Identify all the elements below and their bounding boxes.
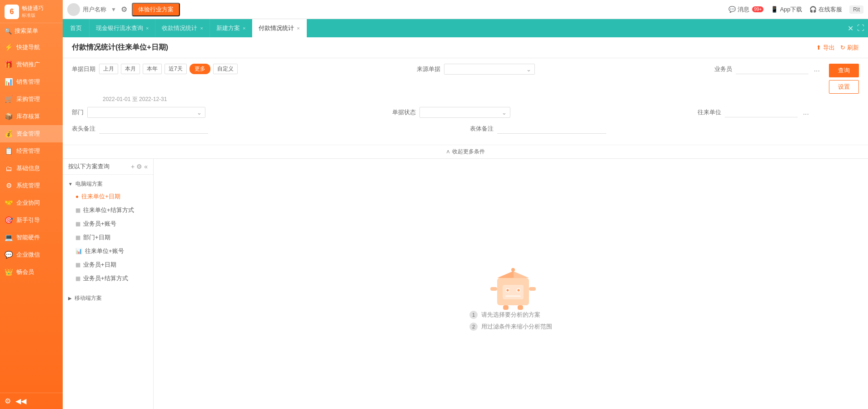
scheme-desktop-title[interactable]: ▼ 电脑端方案 xyxy=(63,178,153,190)
date-btn-this-year[interactable]: 本年 xyxy=(143,64,162,74)
dept-select-wrap xyxy=(87,107,205,118)
refresh-icon: ↻ xyxy=(840,44,845,51)
filter-row-1: 单据日期 上月 本月 本年 近7天 更多 自定义 来源单据 xyxy=(72,64,859,94)
scheme-item-label: 部门+日期 xyxy=(83,233,110,242)
scheme-item-dept-date[interactable]: ▦ 部门+日期 xyxy=(63,231,153,244)
table-body-note-input[interactable] xyxy=(497,123,606,134)
sidebar-item-sales[interactable]: 📊 销售管理 xyxy=(0,73,63,91)
online-service-action[interactable]: 🎧 在线客服 xyxy=(809,5,842,14)
user-name: 用户名称 xyxy=(83,5,106,14)
tab-receipt-stats[interactable]: 收款情况统计 × xyxy=(155,19,210,37)
scheme-item-partner-settle[interactable]: ▦ 往来单位+结算方式 xyxy=(63,203,153,217)
date-btn-more[interactable]: 更多 xyxy=(190,64,210,74)
dept-select[interactable] xyxy=(87,107,205,118)
sidebar-item-label: 智能硬件 xyxy=(16,233,40,242)
sidebar-item-finance[interactable]: 💰 资金管理 xyxy=(0,125,63,142)
filter-dept-item: 部门 xyxy=(72,107,205,118)
receipt-stats-tab-close[interactable]: × xyxy=(200,25,203,31)
sidebar-item-quick-nav[interactable]: ⚡ 快捷导航 xyxy=(0,39,63,56)
empty-hints: 1 请先选择要分析的方案 2 用过滤条件来缩小分析范围 xyxy=(469,311,552,334)
date-btn-7days[interactable]: 近7天 xyxy=(165,64,187,74)
desktop-section-label: 电脑端方案 xyxy=(75,180,103,188)
date-btn-custom[interactable]: 自定义 xyxy=(213,64,238,74)
tab-home[interactable]: 首页 xyxy=(63,19,90,37)
scheme-grid-icon-2: ▦ xyxy=(75,221,80,227)
topbar-user: 用户名称 xyxy=(67,3,106,16)
date-label: 单据日期 xyxy=(72,65,95,73)
scheme-item-partner-account[interactable]: 📊 往来单位+账号 xyxy=(63,244,153,258)
hint-1-text: 请先选择要分析的方案 xyxy=(481,311,540,319)
scheme-header-icons: + ⚙ « xyxy=(131,163,148,170)
staff-input[interactable] xyxy=(736,64,808,74)
sidebar-item-hardware[interactable]: 💻 智能硬件 xyxy=(0,229,63,246)
sidebar-item-guide[interactable]: 🎯 新手引导 xyxy=(0,212,63,229)
scheme-chart-icon: 📊 xyxy=(75,248,82,254)
refresh-action[interactable]: ↻ 刷新 xyxy=(840,44,859,52)
sidebar-item-inventory[interactable]: 📦 库存核算 xyxy=(0,108,63,125)
scheme-item-label: 业务员+日期 xyxy=(83,261,116,269)
partner-dots[interactable]: ... xyxy=(803,108,809,116)
export-action[interactable]: ⬆ 导出 xyxy=(816,44,835,52)
scheme-item-staff-settle[interactable]: ▦ 业务员+结算方式 xyxy=(63,272,153,285)
quick-nav-icon: ⚡ xyxy=(5,43,13,51)
page-actions: ⬆ 导出 ↻ 刷新 xyxy=(816,44,859,52)
tab-new-plan[interactable]: 新建方案 × xyxy=(210,19,252,37)
service-icon: 🎧 xyxy=(809,6,817,13)
filter-date-item: 单据日期 上月 本月 本年 近7天 更多 自定义 xyxy=(72,64,238,74)
scheme-item-staff-account[interactable]: ▦ 业务员+账号 xyxy=(63,217,153,231)
tab-bank-flow[interactable]: 现金银行流水查询 × xyxy=(90,19,155,37)
scheme-item-partner-date[interactable]: ● 往来单位+日期 xyxy=(63,190,153,203)
source-select[interactable] xyxy=(444,64,535,75)
settings-button[interactable]: 设置 xyxy=(829,80,859,94)
tabbar-expand-icon[interactable]: ⛶ xyxy=(857,24,864,32)
sidebar-nav: ⚡ 快捷导航 🎁 营销推广 📊 销售管理 🛒 采购管理 📦 库存核算 💰 资金管… xyxy=(0,39,63,393)
partner-input[interactable] xyxy=(725,107,798,117)
trial-button[interactable]: 体验行业方案 xyxy=(132,3,180,16)
svg-marker-1 xyxy=(497,271,513,278)
message-action[interactable]: 💬 消息 99+ xyxy=(728,5,763,14)
staff-dots[interactable]: ... xyxy=(814,65,820,73)
sidebar-item-operations[interactable]: 📋 经营管理 xyxy=(0,142,63,160)
bank-flow-tab-label: 现金银行流水查询 xyxy=(96,24,143,32)
date-btn-this-month[interactable]: 本月 xyxy=(121,64,140,74)
sidebar-item-marketing[interactable]: 🎁 营销推广 xyxy=(0,56,63,73)
date-btn-last-month[interactable]: 上月 xyxy=(99,64,118,74)
doc-status-select[interactable] xyxy=(419,107,510,118)
collapse-conditions[interactable]: ∧ 收起更多条件 xyxy=(63,145,868,158)
topbar-gear-icon[interactable]: ⚙ xyxy=(121,5,127,14)
settings-bottom-icon[interactable]: ⚙ xyxy=(5,397,11,405)
filter-panel: 单据日期 上月 本月 本年 近7天 更多 自定义 来源单据 xyxy=(63,58,868,159)
sidebar-item-label: 资金管理 xyxy=(16,130,40,138)
tabbar-close-icon[interactable]: ✕ xyxy=(848,24,853,33)
bank-flow-tab-close[interactable]: × xyxy=(146,25,149,31)
sidebar-item-member[interactable]: 👑 畅会员 xyxy=(0,263,63,281)
page-header: 付款情况统计(往来单位+日期) ⬆ 导出 ↻ 刷新 xyxy=(63,37,868,58)
scheme-item-staff-date[interactable]: ▦ 业务员+日期 xyxy=(63,258,153,272)
scheme-grid-icon-4: ▦ xyxy=(75,262,80,268)
sidebar-item-purchase[interactable]: 🛒 采购管理 xyxy=(0,91,63,108)
new-plan-tab-close[interactable]: × xyxy=(243,25,245,31)
sidebar-item-wechat[interactable]: 💬 企业微信 xyxy=(0,246,63,263)
query-button[interactable]: 查询 xyxy=(829,64,859,77)
svg-point-7 xyxy=(518,289,520,291)
scheme-settings-icon[interactable]: ⚙ xyxy=(136,163,142,170)
sidebar-item-label: 销售管理 xyxy=(16,78,40,86)
table-header-note-input[interactable] xyxy=(99,123,208,134)
user-dropdown-icon[interactable]: ▼ xyxy=(111,6,116,13)
desktop-arrow-icon: ▼ xyxy=(68,182,73,187)
scheme-collapse-icon[interactable]: « xyxy=(144,163,148,170)
payment-stats-tab-close[interactable]: × xyxy=(297,25,299,31)
partner-label: 往来单位 xyxy=(698,108,721,116)
tab-payment-stats[interactable]: 付款情况统计 × xyxy=(252,19,306,37)
app-download-action[interactable]: 📱 App下载 xyxy=(771,5,802,14)
sidebar-item-label: 库存核算 xyxy=(16,112,40,121)
collapse-sidebar-icon[interactable]: ◀◀ xyxy=(15,397,26,405)
search-menu[interactable]: 🔍 搜索菜单 xyxy=(0,23,63,39)
sidebar-item-system[interactable]: ⚙ 系统管理 xyxy=(0,177,63,194)
scheme-add-icon[interactable]: + xyxy=(131,163,135,170)
filter-table-body-item: 表体备注 xyxy=(470,123,606,134)
svg-rect-11 xyxy=(490,287,497,291)
sidebar-item-enterprise[interactable]: 🤝 企业协同 xyxy=(0,194,63,212)
scheme-mobile-title[interactable]: ▶ 移动端方案 xyxy=(63,293,153,304)
sidebar-item-basic-info[interactable]: 🗂 基础信息 xyxy=(0,160,63,177)
